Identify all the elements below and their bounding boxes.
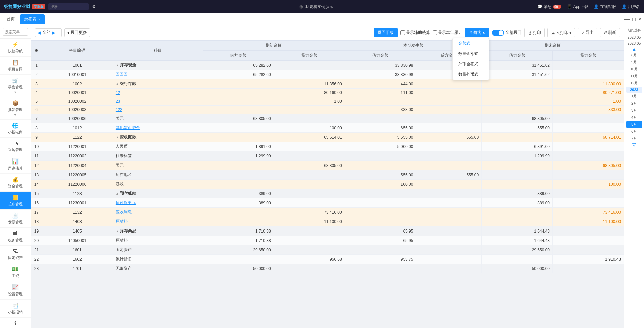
table-row[interactable]: 2 10010001 回回回 65,282.60 33,830.98 31,45… (31, 70, 624, 79)
table-row[interactable]: 9 1122 ▲ 应收账款 65,614.01 5,555.00 655.00 … (31, 133, 624, 142)
cloud-print-btn[interactable]: ☁ 云打印 ▾ (547, 28, 575, 37)
table-row[interactable]: 13 11220005 所在地区 555.00 555.00 (31, 170, 624, 180)
window-restore-btn[interactable]: □ (632, 16, 636, 22)
online-service-btn[interactable]: 👤 在线客服 (594, 4, 616, 10)
period-item-down-arrow[interactable]: ▽ (626, 142, 642, 147)
period-item-3[interactable]: 3月 (626, 107, 642, 114)
nav-left-arrow[interactable]: ◀ (38, 30, 41, 35)
period-item-2[interactable]: 2月 (626, 100, 642, 107)
table-row[interactable]: 18 1403 原材料 11,100.00 11,100.00 (31, 217, 624, 226)
period-item-up-arrow[interactable]: ▲ (626, 46, 642, 52)
sidebar-item-project[interactable]: 📋 项目合同 (0, 57, 31, 75)
sidebar-item-retail[interactable]: 🛒 零售管理 ▼ (0, 75, 31, 97)
table-row[interactable]: 7 10020006 美元 68,805.00 68,805.00 (31, 114, 624, 123)
row-name-link[interactable]: 其他货币资金 (116, 125, 140, 130)
user-avatar[interactable]: 👤 用户名 (622, 4, 640, 10)
table-row[interactable]: 15 1123 ▲ 预付账款 389.00 389.00 (31, 189, 624, 198)
window-close-btn[interactable]: × (638, 16, 641, 22)
table-row[interactable]: 17 1132 应收利息 73,416.00 73,416.00 (31, 208, 624, 217)
period-item-2023-top[interactable]: 2023.05 (626, 34, 642, 40)
table-row[interactable]: 4 10020001 12 80,160.00 111.00 80,271.00 (31, 89, 624, 97)
row-name-link[interactable]: 回回回 (116, 72, 128, 77)
table-row[interactable]: 19 1405 ▲ 库存商品 1,710.38 65.95 1,644.43 (31, 226, 624, 236)
table-row[interactable]: 16 11230001 预付款美元 389.00 389.00 (31, 198, 624, 208)
table-row[interactable]: 3 1002 ▲ 银行存款 11,356.00 444.00 11,800.00 (31, 79, 624, 89)
table-row[interactable]: 14 11220006 游戏 100.00 100.00 (31, 180, 624, 189)
period-item-6[interactable]: 6月 (626, 128, 642, 135)
dropdown-item-amount[interactable]: 金额式 (453, 38, 489, 49)
sidebar-item-ecommerce[interactable]: 🌐 小畅电商 (0, 120, 31, 138)
sidebar-item-sales-report[interactable]: 📑 小畅报销 (0, 300, 31, 318)
table-row[interactable]: 23 1701 无形资产 50,000.00 50,000.00 (31, 264, 624, 273)
back-btn[interactable]: 返回旧版 (374, 28, 398, 37)
period-item-9[interactable]: 9月 (626, 59, 642, 66)
style-dropdown-btn[interactable]: 金额式 ∧ (465, 28, 489, 37)
sidebar-item-inventory[interactable]: 📊 库存核算 (0, 155, 31, 174)
period-item-8[interactable]: 8月 (626, 52, 642, 59)
sidebar-item-general-ledger[interactable]: 📒 总账管理 (0, 192, 31, 210)
period-item-11[interactable]: 11月 (626, 73, 642, 80)
expand-all-toggle[interactable] (492, 30, 504, 36)
row-name-link[interactable]: 12 (116, 90, 120, 95)
sidebar-item-salary[interactable]: 💵 工资 (0, 263, 31, 281)
sidebar-item-basic-info[interactable]: ℹ 基础信息 (0, 318, 31, 328)
table-row[interactable]: 6 10020003 122 333.00 333.00 (31, 106, 624, 114)
tab-balance[interactable]: 余额表 × (20, 14, 45, 24)
period-item-1[interactable]: 1月 (626, 93, 642, 100)
show-auxiliary-checkbox[interactable]: 显示辅助核算 (400, 30, 430, 36)
sidebar-item-quick-nav[interactable]: ⚡ 快捷导航 (0, 39, 31, 57)
window-minimize-btn[interactable]: — (624, 16, 630, 22)
period-item-7[interactable]: 7月 (626, 135, 642, 142)
auxiliary-check[interactable] (400, 30, 405, 35)
row-closing-credit: 100.00 (553, 180, 624, 189)
sidebar-item-capital[interactable]: 💰 资金管理 (0, 174, 31, 192)
period-item-2023[interactable]: 2023 (626, 87, 642, 93)
period-item-10[interactable]: 10月 (626, 66, 642, 73)
row-name-link[interactable]: 应收利息 (116, 210, 132, 214)
sidebar-search-input[interactable] (3, 28, 28, 36)
export-btn[interactable]: ↗ 导出 (578, 28, 597, 37)
ytd-check[interactable] (433, 30, 437, 35)
col-settings[interactable]: ⚙ (31, 41, 42, 61)
breadcrumb-selector[interactable]: ◀ 全部 ▶ (35, 28, 62, 37)
table-row[interactable]: 1 1001 ▲ 库存现金 65,282.60 33,830.98 31,451… (31, 61, 624, 70)
period-item-5[interactable]: 5月 (626, 121, 642, 128)
table-row[interactable]: 12 11220004 美元 68,805.00 68,805.00 (31, 161, 624, 170)
demo-label[interactable]: 我要看实例演示 (305, 4, 333, 10)
sidebar-item-fixed-assets[interactable]: 🏗 固定资产 (0, 246, 31, 263)
sidebar-item-operations[interactable]: 📈 经营管理 (0, 281, 31, 300)
table-row[interactable]: 22 1602 累计折旧 956.68 953.75 1,910.43 (31, 255, 624, 264)
nav-right-arrow[interactable]: ▶ (52, 30, 55, 35)
period-item-12[interactable]: 12月 (626, 80, 642, 87)
settings-icon-top[interactable]: ⚙ (92, 4, 96, 9)
table-row[interactable]: 10 11220001 人民币 1,891.00 5,000.00 6,891.… (31, 142, 624, 151)
message-btn[interactable]: 💬 消息 99+ (537, 4, 561, 10)
period-item-2023-bottom[interactable]: 2023.05 (626, 40, 642, 46)
dropdown-item-foreign-amount[interactable]: 外币金额式 (453, 59, 489, 69)
print-btn[interactable]: 🖨 打印 (524, 28, 545, 37)
show-ytd-checkbox[interactable]: 显示本年累计 (433, 30, 462, 36)
row-name-link[interactable]: 原材料 (116, 219, 128, 224)
dropdown-item-qty-amount[interactable]: 数量金额式 (453, 49, 489, 59)
table-row[interactable]: 5 10020002 23 1.00 1.00 (31, 97, 624, 106)
table-row[interactable]: 20 14050001 原材料 1,710.38 65.95 1,644.43 (31, 236, 624, 245)
table-row[interactable]: 8 1012 其他货币资金 100.00 655.00 555.00 (31, 123, 624, 133)
row-closing-debit (482, 208, 553, 217)
tab-home[interactable]: 首页 (3, 14, 19, 24)
table-row[interactable]: 21 1601 固定资产 29,650.00 29,650.00 (31, 245, 624, 255)
app-download-btn[interactable]: 📱 App下载 (567, 4, 588, 10)
dropdown-item-qty-foreign[interactable]: 数量外币式 (453, 69, 489, 80)
sidebar-item-wholesale[interactable]: 📦 批发管理 ▼ (0, 97, 31, 120)
period-item-4[interactable]: 4月 (626, 114, 642, 121)
sidebar-item-purchase[interactable]: 🛍 采购管理 (0, 138, 31, 155)
expand-btn[interactable]: ▾ 展开更多 (64, 28, 90, 37)
sidebar-item-invoice[interactable]: 🧾 发票管理 (0, 210, 31, 228)
refresh-btn[interactable]: ↺ 刷新 (600, 28, 620, 37)
search-input-top[interactable]: 搜索 (50, 4, 58, 9)
tab-close-btn[interactable]: × (38, 17, 41, 22)
row-name-link[interactable]: 122 (116, 107, 122, 112)
row-name-link[interactable]: 23 (116, 99, 120, 104)
row-name-link[interactable]: 预付款美元 (116, 200, 136, 205)
table-row[interactable]: 11 11220002 往来标签 1,299.99 1,299.99 (31, 151, 624, 161)
sidebar-item-tax[interactable]: 🏛 税务管理 (0, 228, 31, 246)
